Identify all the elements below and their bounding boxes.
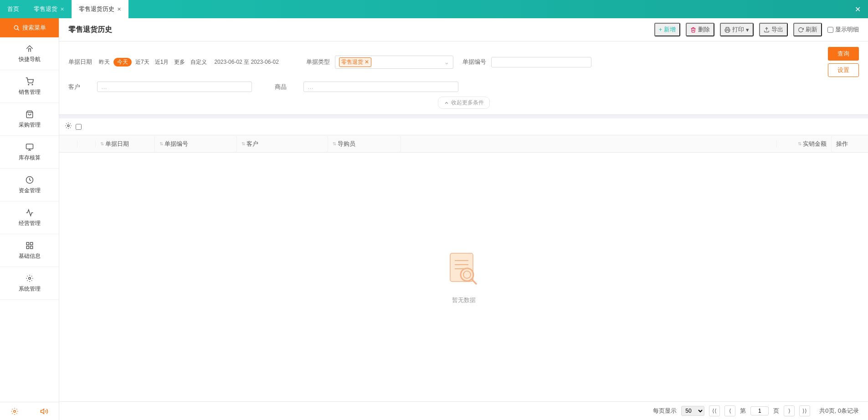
sidebar-item-inventory[interactable]: 库存核算 (0, 136, 59, 169)
tab-retail-return[interactable]: 零售退货 ✕ (26, 0, 72, 18)
sidebar-sound-button[interactable] (30, 402, 59, 420)
goods-filter: 商品 … (275, 82, 458, 92)
date-1month[interactable]: 近1月 (153, 58, 171, 67)
page-last-button[interactable]: ⟩⟩ (799, 405, 810, 416)
sidebar-item-sales[interactable]: 销售管理 (0, 70, 59, 103)
page-next-button[interactable]: ⟩ (784, 405, 795, 416)
settings-button[interactable]: 设置 (828, 63, 859, 77)
number-input[interactable] (491, 57, 591, 67)
page-prev-button[interactable]: ⟨ (724, 405, 735, 416)
th-action-label: 操作 (836, 140, 848, 148)
tab-retail-return-history[interactable]: 零售退货历史 ✕ (72, 0, 128, 18)
tab-retail-return-close[interactable]: ✕ (60, 6, 64, 12)
th-guide-label: 导购员 (338, 140, 355, 148)
print-dropdown-icon: ▾ (746, 26, 749, 33)
pagination-total: 共0页, 0条记录 (819, 407, 859, 415)
date-more[interactable]: 更多 (172, 58, 187, 67)
th-number[interactable]: ⇅ 单据编号 (155, 136, 237, 152)
date-custom[interactable]: 自定义 (189, 58, 209, 67)
customer-input[interactable]: … (97, 82, 252, 92)
show-detail-checkbox[interactable] (827, 27, 833, 33)
page-number-input[interactable] (750, 406, 769, 415)
filter-area: 单据日期 昨天 今天 近7天 近1月 更多 自定义 2023-06-02 至 2… (59, 41, 868, 115)
th-checkbox (77, 140, 96, 148)
sidebar-settings-button[interactable] (0, 402, 30, 420)
collapse-label: 收起更多条件 (451, 99, 484, 107)
date-7days[interactable]: 近7天 (134, 58, 151, 67)
th-number-label: 单据编号 (164, 140, 188, 148)
export-label: 导出 (771, 26, 783, 34)
finance-icon (25, 175, 35, 185)
new-button[interactable]: + 新增 (654, 23, 680, 36)
empty-illustration (443, 250, 484, 291)
table-area: ⇅ 单据日期 ⇅ 单据编号 ⇅ 客户 ⇅ 导购员 ⇅ 实销 (59, 118, 868, 401)
collapse-button[interactable]: 收起更多条件 (438, 97, 490, 109)
select-all-checkbox[interactable] (76, 124, 82, 130)
sidebar-item-shortcuts[interactable]: 快捷导航 (0, 37, 59, 70)
content-area: 零售退货历史 + 新增 删除 打印 ▾ 导出 刷新 (59, 18, 868, 420)
system-icon (25, 273, 35, 283)
export-button[interactable]: 导出 (759, 23, 788, 36)
date-range-display: 2023-06-02 至 2023-06-02 (214, 58, 278, 66)
type-select-tag-text: 零售退货 (341, 58, 363, 66)
sidebar-item-basic-info[interactable]: 基础信息 (0, 234, 59, 267)
goods-input[interactable]: … (303, 82, 458, 92)
th-amount[interactable]: ⇅ 实销金额 (777, 136, 832, 152)
query-button[interactable]: 查询 (828, 47, 859, 61)
sidebar-item-business[interactable]: 经营管理 (0, 201, 59, 234)
show-detail-label: 显示明细 (835, 26, 859, 34)
collapse-icon (444, 100, 449, 106)
info-icon (25, 241, 35, 251)
sidebar-item-finance[interactable]: 资金管理 (0, 169, 59, 201)
top-bar-right: ✕ (855, 5, 868, 14)
svg-point-11 (28, 277, 31, 280)
tab-retail-return-label: 零售退货 (34, 5, 57, 13)
sidebar-item-basic-info-label: 基础信息 (19, 252, 41, 260)
sidebar-item-inventory-label: 库存核算 (19, 154, 41, 162)
th-guide[interactable]: ⇅ 导购员 (328, 136, 401, 152)
type-filter: 单据类型 零售退货 ✕ ⌄ (306, 56, 453, 69)
search-icon (13, 25, 20, 31)
date-today[interactable]: 今天 (113, 58, 132, 67)
type-select-dropdown-icon: ⌄ (444, 59, 449, 66)
filter-buttons: 查询 设置 (828, 47, 859, 77)
delete-icon (690, 27, 696, 33)
svg-point-2 (28, 84, 29, 85)
type-select-tag: 零售退货 ✕ (339, 57, 371, 67)
purchase-icon (25, 109, 35, 119)
customer-filter: 客户 … (68, 82, 252, 92)
refresh-button[interactable]: 刷新 (793, 23, 822, 36)
date-filter-label: 单据日期 (68, 58, 93, 66)
refresh-icon (798, 27, 804, 33)
th-date-label: 单据日期 (105, 140, 129, 148)
filter-row-2: 客户 … 商品 … (68, 82, 859, 92)
svg-point-22 (463, 271, 471, 278)
show-detail-checkbox-label[interactable]: 显示明细 (827, 26, 859, 34)
svg-point-3 (32, 84, 33, 85)
sidebar-item-purchase[interactable]: 采购管理 (0, 103, 59, 136)
delete-button[interactable]: 删除 (686, 23, 714, 36)
page-first-button[interactable]: ⟨⟨ (709, 405, 720, 416)
table-toolbar (59, 118, 868, 135)
date-yesterday[interactable]: 昨天 (97, 58, 112, 67)
tab-retail-return-history-close[interactable]: ✕ (117, 6, 121, 12)
type-tag-close[interactable]: ✕ (365, 59, 369, 65)
th-date[interactable]: ⇅ 单据日期 (96, 136, 155, 152)
sidebar-search[interactable]: 搜索菜单 (0, 18, 59, 37)
type-select[interactable]: 零售退货 ✕ ⌄ (335, 56, 453, 69)
page-label: 页 (773, 407, 779, 415)
sidebar-item-system[interactable]: 系统管理 (0, 267, 59, 300)
sort-icon-customer: ⇅ (241, 141, 245, 146)
inventory-icon (25, 142, 35, 152)
sort-icon-guide: ⇅ (333, 141, 336, 146)
home-icon (25, 44, 35, 54)
th-customer[interactable]: ⇅ 客户 (237, 136, 328, 152)
print-button[interactable]: 打印 ▾ (720, 23, 754, 36)
delete-label: 删除 (698, 26, 710, 34)
per-page-select[interactable]: 50 10 20 100 (681, 406, 704, 416)
th-settings (59, 140, 77, 148)
window-close-button[interactable]: ✕ (855, 5, 861, 14)
table-settings-icon[interactable] (65, 122, 72, 131)
tab-home[interactable]: 首页 (0, 0, 26, 18)
svg-rect-9 (30, 246, 32, 249)
